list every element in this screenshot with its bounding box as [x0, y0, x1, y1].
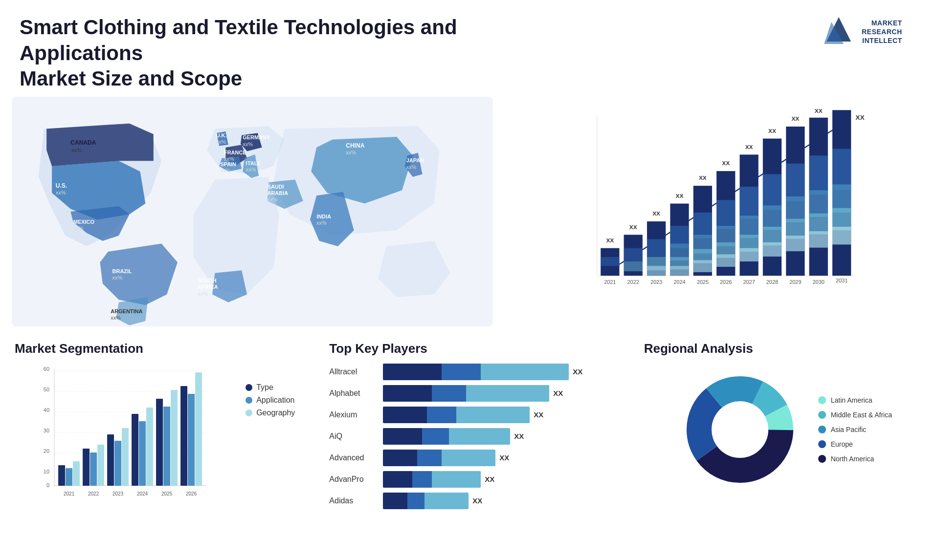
svg-point-154 — [713, 402, 767, 456]
svg-text:2026: 2026 — [186, 491, 197, 496]
svg-text:xx%: xx% — [56, 190, 66, 195]
svg-text:XX: XX — [652, 210, 660, 217]
svg-text:ARGENTINA: ARGENTINA — [111, 308, 142, 314]
bar-2030: XX 2030 — [809, 107, 828, 284]
bar-2027: XX 2027 — [739, 143, 758, 284]
logo-icon — [822, 15, 856, 49]
regional-section: Regional Analysis Latin America — [634, 336, 934, 560]
player-row-alphabet: Alphabet XX — [329, 385, 609, 402]
logo-text: MARKETRESEARCHINTELLECT — [862, 19, 902, 45]
player-bar-advanpro — [383, 471, 481, 488]
svg-text:xx%: xx% — [406, 164, 417, 170]
svg-text:2021: 2021 — [604, 279, 616, 284]
growth-chart-svg: XX 2021 XX 2022 XX 2023 — [519, 107, 924, 307]
svg-text:0: 0 — [46, 482, 49, 488]
svg-text:SPAIN: SPAIN — [220, 161, 236, 167]
svg-rect-51 — [647, 266, 666, 276]
player-row-aiq: AiQ XX — [329, 428, 609, 445]
svg-text:XX: XX — [768, 127, 776, 134]
svg-text:2021: 2021 — [64, 491, 75, 496]
svg-text:2024: 2024 — [137, 491, 148, 496]
svg-text:50: 50 — [44, 387, 49, 392]
donut-area: Latin America Middle East & Africa Asia … — [644, 366, 924, 493]
svg-rect-76 — [739, 187, 758, 219]
svg-text:xx%: xx% — [198, 290, 208, 296]
page-title: Smart Clothing and Textile Technologies … — [20, 15, 460, 92]
svg-text:ARABIA: ARABIA — [268, 190, 289, 196]
svg-text:2026: 2026 — [720, 279, 732, 284]
svg-text:JAPAN: JAPAN — [406, 157, 424, 163]
svg-text:XX: XX — [606, 237, 614, 243]
svg-rect-142 — [163, 407, 170, 486]
player-row-alltracel: Alltracel XX — [329, 364, 609, 380]
svg-text:20: 20 — [44, 448, 49, 454]
svg-text:2025: 2025 — [697, 279, 709, 284]
svg-rect-126 — [66, 468, 72, 486]
svg-rect-104 — [832, 149, 851, 190]
legend-dot-geography — [246, 409, 252, 416]
svg-text:U.K.: U.K. — [216, 132, 227, 138]
svg-rect-77 — [739, 215, 758, 238]
svg-text:SOUTH: SOUTH — [198, 278, 217, 283]
bar-2021: XX 2021 — [601, 237, 619, 284]
svg-text:xx%: xx% — [112, 274, 123, 280]
svg-text:BRAZIL: BRAZIL — [112, 268, 132, 274]
svg-rect-40 — [601, 257, 619, 265]
svg-text:xx%: xx% — [316, 220, 327, 226]
segmentation-svg: 60 50 40 30 20 10 0 — [15, 364, 231, 505]
svg-rect-98 — [809, 190, 828, 217]
svg-text:2023: 2023 — [112, 491, 124, 496]
svg-text:2022: 2022 — [627, 279, 639, 284]
player-row-advanpro: AdvanPro XX — [329, 471, 609, 488]
svg-rect-138 — [139, 421, 146, 486]
legend-north-america: North America — [818, 455, 892, 463]
donut-chart — [676, 366, 804, 493]
bar-2023: XX 2023 — [647, 210, 666, 284]
svg-text:2027: 2027 — [743, 279, 755, 284]
donut-legend: Latin America Middle East & Africa Asia … — [818, 396, 892, 463]
legend-middle-east-africa: Middle East & Africa — [818, 411, 892, 419]
svg-text:INDIA: INDIA — [316, 214, 331, 219]
bottom-row: Market Segmentation 60 50 40 30 20 10 0 — [0, 326, 939, 560]
growth-chart-container: XX 2021 XX 2022 XX 2023 — [510, 97, 934, 326]
svg-rect-79 — [739, 248, 758, 261]
player-bar-advanced — [383, 450, 495, 466]
svg-text:XX: XX — [629, 223, 637, 230]
svg-rect-65 — [693, 260, 712, 272]
svg-text:40: 40 — [44, 407, 49, 413]
svg-rect-93 — [786, 236, 805, 251]
svg-text:FRANCE: FRANCE — [224, 150, 246, 155]
svg-text:MEXICO: MEXICO — [73, 219, 95, 225]
svg-rect-72 — [716, 254, 735, 267]
bar-2024: XX 2024 — [670, 192, 689, 284]
svg-rect-97 — [809, 155, 828, 194]
svg-text:2031: 2031 — [836, 277, 848, 283]
player-row-alexium: Alexium XX — [329, 407, 609, 423]
svg-text:xx%: xx% — [216, 139, 226, 145]
svg-rect-137 — [132, 414, 138, 486]
svg-rect-62 — [693, 212, 712, 238]
svg-text:xx%: xx% — [346, 150, 356, 155]
svg-rect-125 — [58, 465, 65, 486]
svg-rect-133 — [107, 434, 114, 486]
svg-text:xx%: xx% — [243, 141, 253, 147]
svg-rect-141 — [156, 399, 163, 486]
svg-text:xx%: xx% — [72, 147, 82, 152]
svg-rect-45 — [624, 261, 643, 271]
players-title: Top Key Players — [329, 341, 609, 356]
svg-text:2029: 2029 — [789, 279, 801, 284]
svg-text:ITALY: ITALY — [246, 160, 261, 166]
player-bar-alexium — [383, 407, 530, 423]
svg-rect-49 — [647, 239, 666, 257]
bar-2031: 2031 XX — [832, 110, 865, 283]
svg-rect-107 — [832, 227, 851, 244]
svg-text:xx%: xx% — [268, 196, 278, 202]
bar-2028: XX 2028 — [763, 127, 782, 284]
legend-geography: Geography — [246, 409, 295, 417]
svg-text:2023: 2023 — [650, 279, 662, 284]
legend-type: Type — [246, 383, 295, 392]
svg-text:60: 60 — [44, 366, 49, 372]
svg-rect-58 — [670, 266, 689, 276]
svg-rect-83 — [763, 174, 782, 210]
bar-2026: XX 2026 — [716, 160, 735, 284]
